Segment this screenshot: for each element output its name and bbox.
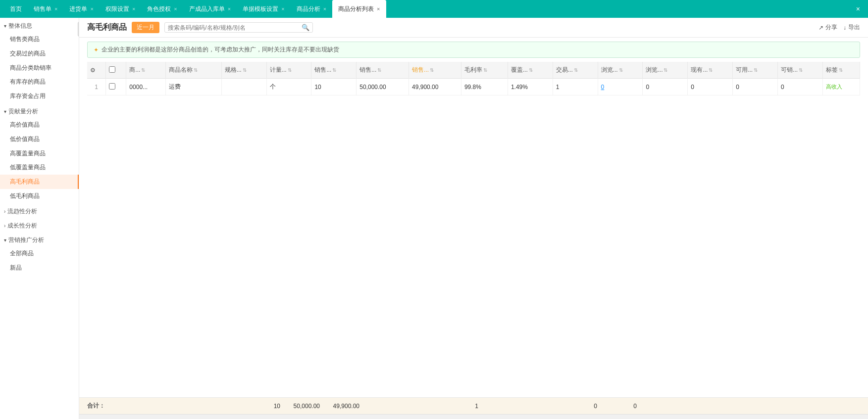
nav-permissions-close[interactable]: × <box>132 6 135 12</box>
search-icon[interactable]: 🔍 <box>302 24 309 31</box>
row-select-checkbox[interactable] <box>109 83 115 90</box>
filter-recent-month-button[interactable]: 近一月 <box>132 22 159 33</box>
col-sales-amount[interactable]: 销售...⇅ <box>357 62 409 79</box>
sidebar-item-high-value[interactable]: 高价值商品 <box>0 118 79 132</box>
arrow-icon: ▾ <box>4 109 6 114</box>
nav-roles-close[interactable]: × <box>174 6 177 12</box>
sort-icon: ⇅ <box>529 67 533 73</box>
nav-product-analysis-list-close[interactable]: × <box>377 6 380 12</box>
sort-icon: ⇅ <box>619 67 623 73</box>
arrow-icon-marketing: ▾ <box>4 237 6 243</box>
sidebar-collapse-button[interactable]: « <box>78 22 79 37</box>
row-sales-profit: 49,900.00 <box>409 79 461 95</box>
nav-product-analysis[interactable]: 商品分析 × <box>291 0 332 18</box>
sidebar-group-trend[interactable]: › 流趋性分析 <box>0 203 79 218</box>
nav-template-settings-close[interactable]: × <box>281 6 284 12</box>
nav-home[interactable]: 首页 <box>4 0 28 18</box>
sort-icon: ⇅ <box>754 67 758 73</box>
col-available-stock[interactable]: 可用...⇅ <box>733 62 778 79</box>
sidebar-item-low-coverage[interactable]: 低覆盖量商品 <box>0 160 79 175</box>
col-code[interactable]: 商...⇅ <box>126 62 165 79</box>
product-table: ⚙ 商...⇅ 商品名称⇅ 规格...⇅ 计量...⇅ 销售...⇅ 销售...… <box>87 62 860 95</box>
sidebar-item-stock-capital[interactable]: 库存资金占用 <box>0 89 79 103</box>
table-header-row: ⚙ 商...⇅ 商品名称⇅ 规格...⇅ 计量...⇅ 销售...⇅ 销售...… <box>87 62 860 79</box>
sort-icon: ⇅ <box>483 67 487 73</box>
sidebar-item-sales-goods[interactable]: 销售类商品 <box>0 32 79 47</box>
sidebar-item-high-coverage[interactable]: 高覆盖量商品 <box>0 146 79 161</box>
sort-icon: ⇅ <box>430 67 434 73</box>
table-row: 1 0000... 运费 个 10 50,000.00 49,900.00 99… <box>87 79 860 95</box>
arrow-icon: ▾ <box>4 23 6 29</box>
col-current-stock[interactable]: 现有...⇅ <box>688 62 733 79</box>
sidebar-item-high-margin[interactable]: 高毛利商品 <box>0 175 79 189</box>
horizontal-scrollbar[interactable] <box>79 414 868 419</box>
sidebar-item-in-stock-goods[interactable]: 有库存的商品 <box>0 75 79 89</box>
row-coverage: 1.49% <box>508 79 553 95</box>
row-number: 1 <box>87 79 105 95</box>
header-actions: ↗ 分享 ↓ 导出 <box>818 23 860 32</box>
col-views2[interactable]: 浏览...⇅ <box>643 62 688 79</box>
sort-icon: ⇅ <box>377 67 381 73</box>
col-tag[interactable]: 标签⇅ <box>822 62 860 79</box>
export-button[interactable]: ↓ 导出 <box>843 23 860 32</box>
col-saleable-stock[interactable]: 可销...⇅ <box>778 62 823 79</box>
col-gross-margin[interactable]: 毛利率⇅ <box>461 62 508 79</box>
col-views1[interactable]: 浏览...⇅ <box>598 62 643 79</box>
sidebar: « ▾ 整体信息 销售类商品 交易过的商品 商品分类助销率 有库存的商品 库存资… <box>0 18 79 419</box>
row-transaction: 1 <box>553 79 598 95</box>
col-sales-profit[interactable]: 销售...⇅ <box>409 62 461 79</box>
sidebar-item-category-sales-rate[interactable]: 商品分类助销率 <box>0 61 79 75</box>
content-area: 高毛利商品 近一月 🔍 ↗ 分享 ↓ 导出 ✦ 企业的主要的利润都是这部分商品创… <box>79 18 868 419</box>
window-close-button[interactable]: × <box>852 5 864 13</box>
sidebar-item-new-goods[interactable]: 新品 <box>0 261 79 275</box>
sort-icon: ⇅ <box>141 67 145 73</box>
col-name[interactable]: 商品名称⇅ <box>165 62 221 79</box>
col-checkbox[interactable] <box>105 62 126 79</box>
nav-permissions[interactable]: 权限设置 × <box>100 0 141 18</box>
nav-purchase[interactable]: 进货单 × <box>63 0 99 18</box>
top-navigation: 首页 销售单 × 进货单 × 权限设置 × 角色授权 × 产成品入库单 × 单据… <box>0 0 868 18</box>
footer-transaction: 1 <box>442 403 481 410</box>
sidebar-item-traded-goods[interactable]: 交易过的商品 <box>0 47 79 61</box>
row-views1[interactable]: 0 <box>598 79 643 95</box>
sidebar-group-overall[interactable]: ▾ 整体信息 <box>0 18 79 32</box>
share-button[interactable]: ↗ 分享 <box>818 23 837 32</box>
nav-template-settings[interactable]: 单据模板设置 × <box>237 0 290 18</box>
col-unit[interactable]: 计量...⇅ <box>266 62 311 79</box>
sidebar-group-growth[interactable]: › 成长性分析 <box>0 218 79 232</box>
search-input[interactable] <box>168 24 302 31</box>
row-gross-margin: 99.8% <box>461 79 508 95</box>
sort-icon: ⇅ <box>709 67 713 73</box>
sidebar-item-all-goods[interactable]: 全部商品 <box>0 246 79 261</box>
sidebar-group-marketing[interactable]: ▾ 营销推广分析 <box>0 232 79 246</box>
row-spec <box>221 79 266 95</box>
nav-roles[interactable]: 角色授权 × <box>141 0 183 18</box>
row-checkbox[interactable] <box>105 79 126 95</box>
col-coverage[interactable]: 覆盖...⇅ <box>508 62 553 79</box>
nav-products-inbound-close[interactable]: × <box>228 6 231 12</box>
info-banner: ✦ 企业的主要的利润都是这部分商品创造的，可考虑加大推广，同时关注库存是不要出现… <box>87 42 860 58</box>
nav-product-analysis-close[interactable]: × <box>323 6 326 12</box>
row-current-stock: 0 <box>688 79 733 95</box>
content-header: 高毛利商品 近一月 🔍 ↗ 分享 ↓ 导出 <box>79 18 868 38</box>
nav-sales[interactable]: 销售单 × <box>28 0 63 18</box>
nav-products-inbound[interactable]: 产成品入库单 × <box>183 0 237 18</box>
nav-product-analysis-list[interactable]: 商品分析列表 × <box>332 0 386 18</box>
sidebar-item-low-value[interactable]: 低价值商品 <box>0 132 79 146</box>
row-code: 0000... <box>126 79 165 95</box>
sidebar-group-contribution[interactable]: ▾ 贡献量分析 <box>0 103 79 118</box>
col-transaction[interactable]: 交易...⇅ <box>553 62 598 79</box>
nav-purchase-close[interactable]: × <box>90 6 93 12</box>
export-icon: ↓ <box>843 24 846 31</box>
search-box: 🔍 <box>164 22 313 33</box>
select-all-checkbox[interactable] <box>109 66 115 73</box>
row-views2: 0 <box>643 79 688 95</box>
col-settings[interactable]: ⚙ <box>87 62 105 79</box>
share-icon: ↗ <box>818 24 823 31</box>
nav-sales-close[interactable]: × <box>54 6 57 12</box>
col-spec[interactable]: 规格...⇅ <box>221 62 266 79</box>
col-sales-qty[interactable]: 销售...⇅ <box>311 62 357 79</box>
footer-coverage2 <box>402 403 442 410</box>
tip-icon: ✦ <box>94 47 99 53</box>
sidebar-item-low-margin[interactable]: 低毛利商品 <box>0 189 79 203</box>
